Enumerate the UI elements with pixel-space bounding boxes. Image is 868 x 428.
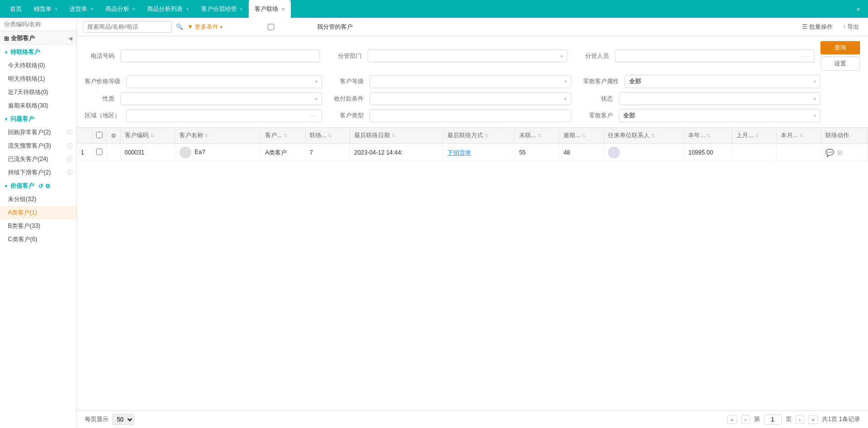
sort-year-icon[interactable]: ⇅ [706,133,710,138]
grid-action-icon[interactable]: ⊞ [837,149,843,157]
nature-select[interactable]: ▾ [120,92,322,105]
col-gear[interactable]: ⚙ [107,128,120,144]
sort-lmonth-icon[interactable]: ⇅ [755,133,759,138]
sidebar-problem-header[interactable]: ▼ 问题客户 [0,112,76,126]
my-customers-checkbox[interactable]: 我分管的客户 [226,23,353,31]
cell-no: 1 [77,144,92,162]
nav-customer-segment[interactable]: 客户分层经营 × [195,0,249,18]
table-row: 1 000031 Ea? A类客户 7 2023-04-12 14:44: 下销… [77,144,868,162]
refresh-icon[interactable]: ↺ [38,183,43,190]
sidebar-item-c-class[interactable]: C类客户(6) [0,233,76,246]
scatter-select[interactable]: 全部 ▾ [619,109,820,122]
chevron-down-icon8: ▾ [814,96,816,102]
nav-product-analysis[interactable]: 商品分析 × [100,0,141,18]
sidebar-value-header[interactable]: ▼ 价值客户 ↺ ⚙ [0,179,76,193]
sort-date-icon[interactable]: ⇅ [391,133,395,138]
page-input[interactable] [764,415,782,425]
sidebar-item-7days[interactable]: 近7天待联络(0) [0,86,76,99]
sidebar-item-overdue[interactable]: 逾期未联络(30) [0,99,76,112]
nav-home[interactable]: 首页 [4,0,28,18]
nav-sales[interactable]: 销货单 × [28,0,63,18]
cell-action: 💬 ⊞ [821,144,868,162]
chevron-down-icon: ▾ [220,24,222,30]
sort-overdue-icon[interactable]: ⇅ [582,133,586,138]
more-conditions-btn[interactable]: ▼ 更多条件 ▾ [187,23,222,31]
scatter-attr-select[interactable]: 全部 ▾ [625,75,820,88]
close-sales-tab[interactable]: × [54,0,57,18]
sidebar-pending-header[interactable]: ▼ 待联络客户 [0,46,76,59]
page-size-select[interactable]: 50 [112,414,134,425]
sort-tmonth-icon[interactable]: ⇅ [799,133,803,138]
price-level-select[interactable]: ▾ [126,75,322,88]
payment-select[interactable]: ▾ [370,92,571,105]
customer-type-input[interactable] [370,109,571,122]
status-select[interactable]: ▾ [619,92,820,105]
col-this-year: 本年... ⇅ [684,128,732,144]
sidebar-item-b-class[interactable]: B类客户(33) [0,219,76,233]
row-checkbox[interactable] [96,149,103,155]
query-btn[interactable]: 查询 [820,41,860,54]
first-page-btn[interactable]: « [727,415,737,424]
sort-contact-icon[interactable]: ⇅ [328,133,332,138]
cell-last-method[interactable]: 下销货单 [443,144,515,162]
dept-select[interactable]: ▾ [368,50,567,62]
col-name: 客户名称 ⇅ [175,128,261,144]
close-customer-contact-tab[interactable]: × [281,0,284,18]
close-product-list-tab[interactable]: × [186,0,189,18]
info-icon2: ⓘ [67,142,72,150]
sort-method-icon[interactable]: ⇅ [485,133,488,138]
close-customer-segment-tab[interactable]: × [240,0,243,18]
customer-level-select[interactable]: ▾ [370,75,571,88]
sidebar-all-customers[interactable]: ⊞ 全部客户 ◀ [0,31,76,46]
phone-input[interactable] [120,50,320,62]
next-page-btn[interactable]: › [796,415,805,424]
close-product-analysis-tab[interactable]: × [132,0,135,18]
message-icon[interactable]: 💬 [825,149,834,157]
col-unit-contact: 往来单位联系人 ⇅ [604,128,684,144]
sidebar-item-tomorrow[interactable]: 明天待联络(1) [0,72,76,86]
page-unit-label: 页 [786,415,792,424]
prev-page-btn[interactable]: ‹ [741,415,750,424]
region-input[interactable]: ··· [126,109,322,122]
filter-customer-level: 客户等级 ▾ [334,75,571,88]
close-purchase-tab[interactable]: × [90,0,93,18]
export-btn[interactable]: ↑ 导出 [840,21,862,33]
filter-row-3: 性质 ▾ 收付款条件 ▾ [85,92,860,105]
sidebar-search-input[interactable] [4,21,77,28]
table-area: ⚙ 客户编码 ⇅ 客户名称 ⇅ [77,128,868,410]
window-close-btn[interactable]: × [853,4,864,13]
sort-unit-icon[interactable]: ⇅ [651,133,655,138]
col-last-date: 最后联络日期 ⇅ [350,128,443,144]
batch-op-btn[interactable]: ☰ 批量操作 [799,21,836,33]
col-checkbox [92,128,107,144]
sort-code-icon[interactable]: ⇅ [150,133,154,138]
sidebar-item-repurchase[interactable]: 回购异常客户(2) ⓘ [0,126,76,139]
last-method-link[interactable]: 下销货单 [447,149,471,156]
sidebar-collapse-btn[interactable]: ◀ [68,36,72,41]
sidebar-item-declining[interactable]: 持续下滑客户(2) ⓘ [0,166,76,179]
sidebar-item-ungroup[interactable]: 未分组(32) [0,193,76,206]
sidebar-item-a-class[interactable]: A类客户(1) [0,206,76,219]
sidebar-item-churned[interactable]: 已流失客户(24) ⓘ [0,153,76,166]
page-size-label: 每页显示 [85,415,108,424]
sort-name-icon[interactable]: ⇅ [205,133,209,138]
nav-purchase[interactable]: 进货单 × [63,0,99,18]
nav-product-list[interactable]: 商品分析列表 × [141,0,195,18]
search-icon[interactable]: 🔍 [176,23,183,30]
sidebar-item-churn-warn[interactable]: 流失预警客户(3) ⓘ [0,139,76,153]
last-page-btn[interactable]: » [808,415,818,424]
sidebar-item-today[interactable]: 今天待联络(0) [0,59,76,72]
select-all-checkbox[interactable] [96,132,103,138]
cell-this-year: 10995.00 [684,144,732,162]
gear-icon[interactable]: ⚙ [111,132,116,139]
cell-checkbox[interactable] [92,144,107,162]
search-input[interactable] [83,21,172,33]
sort-type-icon[interactable]: ⇅ [283,133,287,138]
settings-icon[interactable]: ⚙ [45,183,51,190]
nav-customer-contact[interactable]: 客户联络 × [249,0,290,18]
settings-btn[interactable]: 设置 [820,56,860,71]
sort-no-contact-icon[interactable]: ⇅ [538,133,542,138]
filter-row-4: 区域（地区） ··· 客户类型 [85,109,860,122]
col-last-method: 最后联络方式 ⇅ [443,128,515,144]
manager-input[interactable]: ··· [615,50,814,62]
